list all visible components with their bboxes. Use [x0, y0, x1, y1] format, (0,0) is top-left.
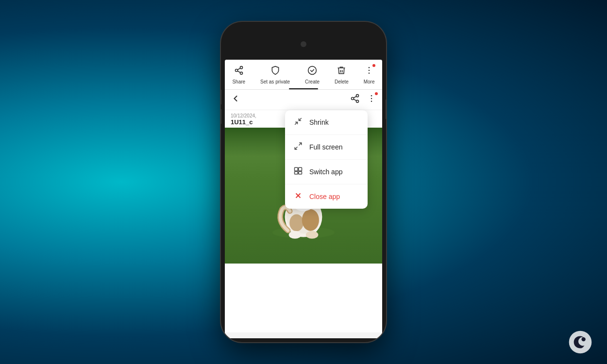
- share-icon: [234, 66, 244, 78]
- svg-line-46: [299, 143, 302, 145]
- delete-icon: [337, 66, 346, 78]
- svg-point-5: [308, 66, 317, 75]
- toolbar-divider: [289, 88, 318, 89]
- vol-down-button[interactable]: [221, 109, 221, 124]
- full-screen-menu-item[interactable]: Full screen: [285, 135, 368, 160]
- delete-label: Delete: [335, 79, 349, 84]
- svg-point-21: [289, 214, 304, 231]
- full-screen-icon: [294, 142, 303, 152]
- create-label: Create: [305, 79, 320, 84]
- svg-point-11: [356, 100, 359, 102]
- svg-line-3: [237, 71, 240, 72]
- private-icon: [270, 66, 280, 78]
- private-label: Set as private: [260, 79, 290, 84]
- shrink-label: Shrink: [309, 118, 329, 126]
- svg-line-45: [299, 118, 302, 120]
- create-button[interactable]: Create: [301, 65, 323, 85]
- photo-viewer: 10/12/2024, 1U11_c: [225, 90, 382, 332]
- svg-point-1: [235, 69, 237, 72]
- share-label: Share: [232, 79, 245, 84]
- svg-point-2: [240, 72, 242, 74]
- camera-notch: [301, 41, 306, 47]
- secondary-share-button[interactable]: [350, 94, 360, 106]
- more-label: More: [364, 79, 375, 84]
- svg-rect-50: [295, 172, 298, 174]
- more-icon: [364, 66, 374, 78]
- svg-line-47: [295, 147, 297, 149]
- svg-point-20: [302, 209, 319, 231]
- secondary-more-red-dot: [375, 92, 378, 95]
- svg-point-42: [306, 231, 319, 239]
- secondary-more-button[interactable]: [367, 94, 376, 106]
- svg-line-44: [295, 122, 297, 125]
- close-app-label: Close app: [309, 193, 340, 200]
- svg-point-15: [371, 98, 372, 99]
- svg-point-8: [369, 73, 370, 74]
- svg-line-12: [354, 99, 356, 100]
- svg-point-0: [240, 66, 242, 69]
- set-as-private-button[interactable]: Set as private: [256, 65, 294, 85]
- svg-line-13: [354, 96, 356, 98]
- close-app-icon: [294, 191, 303, 202]
- switch-app-label: Switch app: [309, 168, 342, 176]
- svg-rect-49: [299, 167, 302, 171]
- vol-up-button[interactable]: [221, 90, 221, 104]
- svg-point-54: [569, 331, 592, 354]
- svg-point-16: [371, 101, 372, 102]
- svg-point-9: [356, 95, 359, 97]
- power-button[interactable]: [386, 99, 386, 119]
- shrink-icon: [294, 117, 303, 128]
- close-app-menu-item[interactable]: Close app: [285, 184, 368, 209]
- secondary-actions: [350, 94, 376, 106]
- svg-rect-48: [295, 167, 298, 171]
- main-toolbar: Share Set as private Cr: [225, 60, 382, 90]
- back-button[interactable]: [231, 94, 240, 106]
- switch-app-icon: [294, 166, 303, 177]
- svg-point-14: [371, 95, 372, 97]
- share-button[interactable]: Share: [228, 65, 249, 85]
- switch-app-menu-item[interactable]: Switch app: [285, 160, 368, 184]
- svg-point-7: [369, 70, 370, 71]
- more-button[interactable]: More: [360, 65, 379, 85]
- svg-point-55: [582, 337, 586, 341]
- more-red-dot: [372, 64, 375, 67]
- brand-logo: [568, 330, 592, 354]
- create-icon: [307, 66, 317, 78]
- dropdown-menu: Shrink Full screen: [285, 110, 368, 209]
- full-screen-label: Full screen: [309, 143, 342, 151]
- svg-point-10: [352, 98, 354, 100]
- svg-rect-51: [299, 172, 302, 174]
- phone-device: Share Set as private Cr: [221, 22, 386, 342]
- shrink-menu-item[interactable]: Shrink: [285, 110, 368, 135]
- delete-button[interactable]: Delete: [331, 65, 353, 85]
- phone-screen: Share Set as private Cr: [225, 60, 382, 338]
- svg-point-41: [289, 231, 302, 239]
- secondary-toolbar: [225, 90, 382, 110]
- svg-point-6: [369, 67, 370, 68]
- svg-line-4: [237, 68, 240, 69]
